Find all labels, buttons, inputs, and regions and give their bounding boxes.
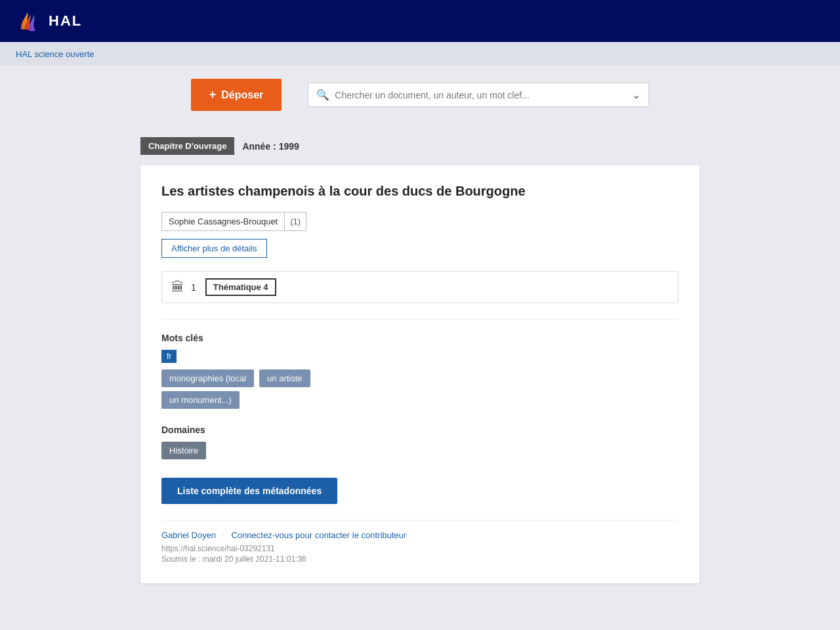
search-icon: 🔍 (316, 89, 329, 101)
affiliation-row: 🏛 1 Thématique 4 (161, 271, 679, 303)
search-container: 🔍 ⌄ (308, 83, 649, 107)
contact-contributor-link[interactable]: Connectez-vous pour contacter le contrib… (232, 530, 407, 540)
metadata-button[interactable]: Liste complète des métadonnées (161, 478, 337, 504)
keywords-row: monographies (local un artiste (161, 369, 679, 387)
author-row: Sophie Cassagnes-Brouquet (1) (161, 212, 679, 231)
domains-section: Domaines Histoire (161, 425, 679, 459)
keywords-section: Mots clés fr monographies (local un arti… (161, 333, 679, 409)
footer-url: https://hal.science/hal-03292131 (161, 544, 679, 553)
footer-row: Gabriel Doyen · Connectez-vous pour cont… (161, 520, 679, 564)
domain-tag: Histoire (161, 442, 206, 459)
plus-icon: + (209, 88, 217, 102)
document-title: Les artistes champenois à la cour des du… (161, 184, 679, 199)
hal-logo-text: HAL (49, 12, 82, 30)
divider (161, 319, 679, 320)
keyword-tag: un monument...) (161, 391, 240, 409)
search-input[interactable] (335, 90, 627, 100)
footer-separator: · (222, 530, 225, 540)
show-details-button[interactable]: Afficher plus de détails (161, 239, 267, 258)
contributor-link[interactable]: Gabriel Doyen (161, 530, 216, 540)
document-card: Les artistes champenois à la cour des du… (140, 165, 700, 583)
deposit-label: Déposer (221, 89, 263, 101)
chevron-down-icon[interactable]: ⌄ (632, 89, 640, 101)
type-year-row: Chapitre D'ouvrage Année : 1999 (140, 137, 700, 155)
affiliation-num: 1 (191, 282, 196, 293)
keyword-tag: monographies (local (161, 369, 254, 387)
metadata-button-wrapper: Liste complète des métadonnées (161, 459, 679, 517)
main-content: Chapitre D'ouvrage Année : 1999 Les arti… (125, 124, 715, 597)
hal-logo-icon (16, 8, 42, 34)
breadcrumb-bar: HAL science ouverte (0, 42, 840, 66)
site-header: HAL (0, 0, 840, 42)
hal-logo: HAL (16, 8, 82, 34)
breadcrumb-link[interactable]: HAL science ouverte (16, 49, 94, 59)
author-name[interactable]: Sophie Cassagnes-Brouquet (161, 212, 285, 231)
affiliation-badge: Thématique 4 (205, 278, 276, 296)
lang-badge: fr (161, 350, 177, 363)
document-year: Année : 1999 (242, 141, 299, 152)
keywords-title: Mots clés (161, 333, 679, 343)
author-num: (1) (285, 212, 306, 231)
deposit-button[interactable]: + Déposer (191, 79, 282, 111)
keyword-tag: un artiste (259, 369, 310, 387)
footer-links: Gabriel Doyen · Connectez-vous pour cont… (161, 530, 679, 540)
domains-title: Domaines (161, 425, 679, 435)
details-button-wrapper: Afficher plus de détails (161, 239, 679, 271)
footer-submitted: Soumis le : mardi 20 juillet 2021-11:01:… (161, 555, 679, 564)
keywords-row-2: un monument...) (161, 391, 679, 409)
document-type-badge: Chapitre D'ouvrage (140, 137, 234, 155)
action-bar: + Déposer 🔍 ⌄ (0, 66, 840, 124)
institution-icon: 🏛 (171, 280, 184, 295)
